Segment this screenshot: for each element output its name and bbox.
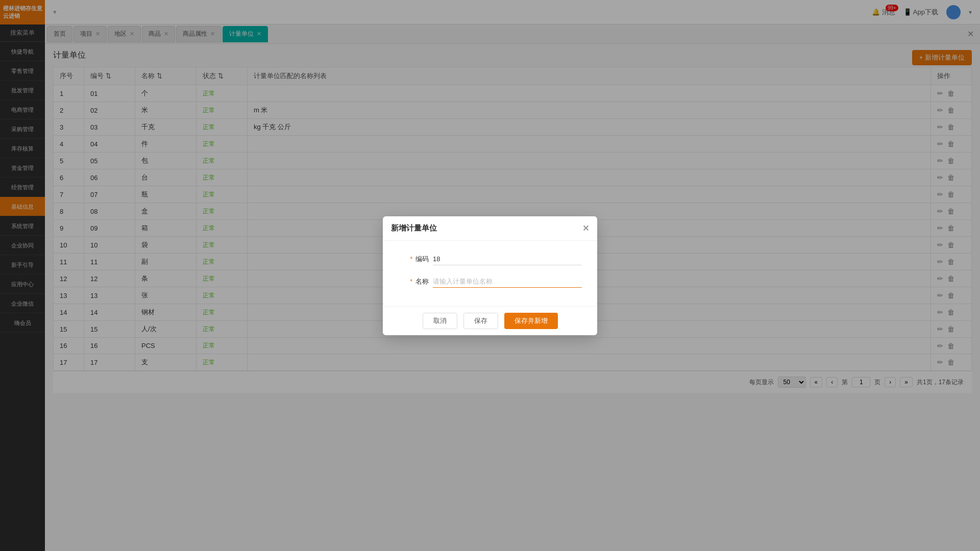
modal-header: 新增计量单位 ✕ (383, 216, 597, 241)
save-button[interactable]: 保存 (463, 313, 498, 329)
code-field-row: * 编码 (398, 253, 582, 265)
cancel-button[interactable]: 取消 (423, 313, 457, 329)
name-input[interactable] (433, 276, 582, 288)
name-label: * 名称 (398, 277, 429, 286)
modal-title: 新增计量单位 (391, 223, 437, 233)
code-input[interactable] (433, 253, 582, 265)
name-field-row: * 名称 (398, 276, 582, 288)
modal-overlay[interactable]: 新增计量单位 ✕ * 编码 * 名称 取消 保存 保存并新增 (0, 0, 980, 551)
modal-body: * 编码 * 名称 (383, 241, 597, 306)
add-unit-modal: 新增计量单位 ✕ * 编码 * 名称 取消 保存 保存并新增 (383, 216, 597, 335)
modal-footer: 取消 保存 保存并新增 (383, 306, 597, 335)
code-label: * 编码 (398, 255, 429, 264)
modal-close-button[interactable]: ✕ (582, 223, 589, 233)
save-and-new-button[interactable]: 保存并新增 (504, 313, 558, 329)
